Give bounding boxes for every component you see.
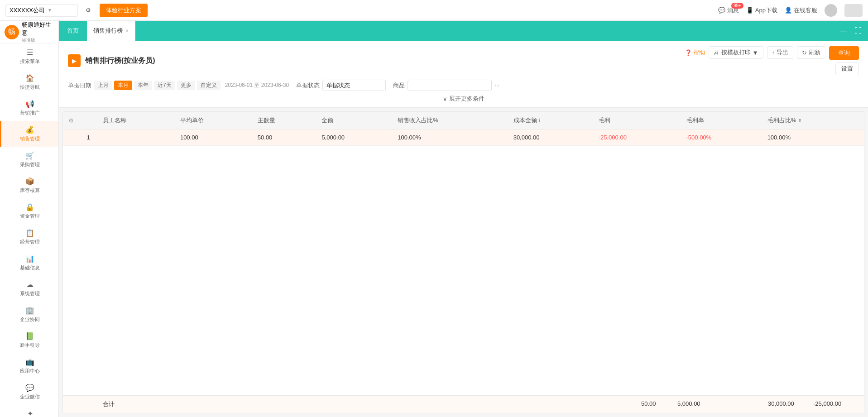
sidebar-item-label: 营销推广 <box>20 110 40 116</box>
row-settings-icon <box>63 129 79 146</box>
data-table: ⚙ 员工名称 平均单价 主数量 全额 销售收入占比% 成本全额 ℹ 毛利 毛利率… <box>63 112 864 146</box>
chip-last-month[interactable]: 上月 <box>94 81 112 90</box>
row-gross-rate: -500.00% <box>681 129 762 146</box>
sidebar-item-label: 企业微信 <box>20 393 40 400</box>
sidebar-item-label: 搜索菜单 <box>20 58 40 65</box>
tab-sales-rank[interactable]: 销售排行榜 × <box>87 21 135 41</box>
status-select[interactable]: 单据状态 <box>322 80 386 91</box>
footer-label: 合计 <box>103 401 115 407</box>
sidebar-item-label: 库存核算 <box>20 187 40 194</box>
basics-icon: 📊 <box>25 254 34 263</box>
col-cost: 成本全额 ℹ <box>508 112 593 129</box>
chip-more[interactable]: 更多 <box>177 81 195 90</box>
sidebar-item-inventory[interactable]: 📦 库存核算 <box>0 173 58 198</box>
service-icon: 👤 <box>785 7 792 14</box>
app-download-btn[interactable]: 📱 App下载 <box>746 6 777 14</box>
date-filter: 单据日期 上月 本月 本年 近7天 更多 自定义 2023-06-01 至 20… <box>68 81 289 90</box>
chip-this-month[interactable]: 本月 <box>114 81 132 90</box>
logo-text: 畅康通好生意 <box>22 21 54 37</box>
refresh-icon: ↻ <box>802 49 807 56</box>
status-label: 单据状态 <box>296 81 320 90</box>
company-selector[interactable]: XXXXXX公司 ▼ <box>5 4 78 17</box>
footer-quantity: 50.00 <box>641 400 656 407</box>
tab-home[interactable]: 首页 <box>59 21 87 41</box>
col-gross-rate: 毛利率 <box>681 112 762 129</box>
sidebar-item-label: 经营管理 <box>20 239 40 245</box>
help-label: 帮助 <box>693 48 705 57</box>
row-quantity: 50.00 <box>252 129 317 146</box>
sidebar-item-appcenter[interactable]: 📺 应用中心 <box>0 353 58 379</box>
col-amount: 全额 <box>316 112 392 129</box>
sidebar-item-basics[interactable]: 📊 基础信息 <box>0 250 58 276</box>
sidebar-item-quicknav[interactable]: 🏠 快捷导航 <box>0 69 58 95</box>
appcenter-icon: 📺 <box>25 358 34 366</box>
sidebar-item-label: 销售管理 <box>20 135 40 142</box>
sidebar-item-label: 系统管理 <box>20 290 40 297</box>
quick-query-btn[interactable]: ▶ <box>68 54 81 67</box>
sidebar: 畅 畅康通好生意 标准版 ☰ 搜索菜单 🏠 快捷导航 📢 营销推广 💰 销售管理… <box>0 21 59 417</box>
tab-minimize-icon[interactable]: — <box>837 24 850 37</box>
export-label: 导出 <box>777 48 788 57</box>
online-service-btn[interactable]: 👤 在线客服 <box>785 6 817 14</box>
sidebar-item-finance[interactable]: 🔒 资金管理 <box>0 198 58 224</box>
settings-icon[interactable]: ⚙ <box>82 4 95 17</box>
sidebar-item-operations[interactable]: 📋 经营管理 <box>0 224 58 250</box>
sidebar-item-wechat[interactable]: 💬 企业微信 <box>0 379 58 405</box>
export-button[interactable]: ↑ 导出 <box>767 46 794 59</box>
row-gross-pct: 100.00% <box>762 129 864 146</box>
refresh-button[interactable]: ↻ 刷新 <box>797 46 825 59</box>
goods-input[interactable] <box>408 80 492 91</box>
sidebar-item-enterprise[interactable]: 🏢 企业协同 <box>0 302 58 327</box>
chip-custom[interactable]: 自定义 <box>197 81 221 90</box>
query-button[interactable]: 查询 <box>829 46 859 60</box>
chip-7days[interactable]: 近7天 <box>154 81 175 90</box>
sidebar-item-label: 资金管理 <box>20 213 40 220</box>
trial-button[interactable]: 体验行业方案 <box>100 4 148 17</box>
sidebar-logo: 畅 畅康通好生意 标准版 <box>0 21 58 43</box>
print-button[interactable]: 🖨 按模板打印 ▼ <box>709 46 763 59</box>
page-title: 销售排行榜(按业务员) <box>85 56 155 66</box>
sidebar-item-purchase[interactable]: 🛒 采购管理 <box>0 147 58 173</box>
filter-area: 单据日期 上月 本月 本年 近7天 更多 自定义 2023-06-01 至 20… <box>68 80 859 107</box>
expand-more-btn[interactable]: ∨ 展开更多条件 <box>443 95 484 103</box>
tab-close-icon[interactable]: × <box>125 28 129 34</box>
online-service-label: 在线客服 <box>794 6 817 14</box>
sidebar-item-sales[interactable]: 💰 销售管理 <box>0 121 58 147</box>
more-icon[interactable]: ··· <box>494 82 499 89</box>
sidebar-item-marketing[interactable]: 📢 营销推广 <box>0 95 58 121</box>
row-cost: 30,000.00 <box>508 129 593 146</box>
message-btn[interactable]: 💬 消息 99+ <box>718 6 739 14</box>
export-icon: ↑ <box>772 49 775 56</box>
sidebar-item-system[interactable]: ☁ 系统管理 <box>0 276 58 302</box>
date-range: 2023-06-01 至 2023-06-30 <box>225 81 289 89</box>
help-link[interactable]: ❓ 帮助 <box>685 48 705 57</box>
sidebar-item-guide[interactable]: 📗 新手引导 <box>0 327 58 353</box>
search-menu-icon: ☰ <box>27 48 33 57</box>
col-settings[interactable]: ⚙ <box>63 112 79 129</box>
wechat-icon: 💬 <box>25 383 34 392</box>
header-right: 💬 消息 99+ 📱 App下载 👤 在线客服 <box>718 4 863 17</box>
marketing-icon: 📢 <box>25 100 34 108</box>
page-header: ▶ 销售排行榜(按业务员) ❓ 帮助 🖨 <box>59 41 868 108</box>
table-container: ⚙ 员工名称 平均单价 主数量 全额 销售收入占比% 成本全额 ℹ 毛利 毛利率… <box>62 111 864 413</box>
sidebar-item-search[interactable]: ☰ 搜索菜单 <box>0 43 58 69</box>
chevron-down-icon: ▼ <box>48 8 52 13</box>
date-label: 单据日期 <box>68 81 91 90</box>
guide-icon: 📗 <box>25 332 34 340</box>
sidebar-item-label: 快捷导航 <box>20 84 40 91</box>
sidebar-item-member[interactable]: ✦ 畅会员 <box>0 405 58 417</box>
table-spacer <box>63 146 864 395</box>
avatar[interactable] <box>825 4 837 17</box>
chip-this-year[interactable]: 本年 <box>134 81 152 90</box>
tab-maximize-icon[interactable]: ⛶ <box>852 24 864 37</box>
header-row: ⚙ 员工名称 平均单价 主数量 全额 销售收入占比% 成本全额 ℹ 毛利 毛利率… <box>63 112 864 129</box>
col-sales-pct: 销售收入占比% <box>392 112 508 129</box>
refresh-label: 刷新 <box>809 48 820 57</box>
user-name-area[interactable] <box>844 4 863 17</box>
settings-button[interactable]: 设置 <box>835 62 859 75</box>
table-body: 1 100.00 50.00 5,000.00 100.00% 30,000.0… <box>63 129 864 146</box>
table-row: 1 100.00 50.00 5,000.00 100.00% 30,000.0… <box>63 129 864 146</box>
tab-sales-rank-label: 销售排行榜 <box>93 27 123 35</box>
col-gross-pct: 毛利占比% ⬆ <box>762 112 864 129</box>
member-icon: ✦ <box>27 409 33 417</box>
